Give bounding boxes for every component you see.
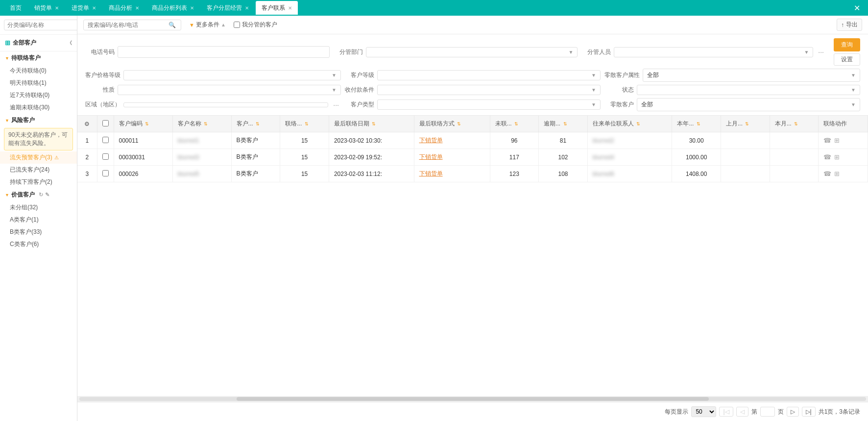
- filter-price-level-select[interactable]: ▼: [123, 70, 341, 80]
- sidebar-item-c-class-label: C类客户(6): [10, 240, 39, 248]
- sidebar-collapse-icon[interactable]: 《: [67, 40, 72, 47]
- sidebar-item-c-class[interactable]: C类客户(6): [0, 238, 77, 250]
- sidebar-group-pending[interactable]: ▼ 待联络客户: [0, 51, 77, 65]
- window-close-button[interactable]: ✕: [850, 3, 864, 13]
- col-last-month-label: 上月...: [726, 120, 743, 127]
- filter-gender-select[interactable]: ▼: [118, 85, 341, 95]
- row-action-call[interactable]: ☎: [823, 153, 831, 161]
- tab-goods-list[interactable]: 商品分析列表 ✕: [146, 1, 200, 15]
- filter-more-btn[interactable]: ▼ 更多条件 ▲: [186, 19, 229, 30]
- filter-my-customers[interactable]: 我分管的客户: [234, 21, 277, 29]
- filter-phone-input[interactable]: [118, 46, 330, 58]
- sidebar-item-ungrouped-label: 未分组(32): [10, 203, 38, 212]
- tab-customer-contact[interactable]: 客户联系 ✕: [256, 1, 298, 15]
- filter-zero-customer-select[interactable]: 全部 ▼: [637, 98, 860, 111]
- my-customers-checkbox[interactable]: [234, 22, 240, 28]
- query-button[interactable]: 查询: [834, 38, 860, 51]
- next-page-button[interactable]: ▷: [787, 407, 799, 417]
- filter-price-level-label: 客户价格等级: [85, 71, 121, 79]
- select-all-checkbox[interactable]: [102, 120, 109, 126]
- row-checkbox[interactable]: [97, 132, 114, 149]
- col-this-month[interactable]: 本月... ⇅: [770, 116, 819, 132]
- settings-button[interactable]: 设置: [834, 53, 860, 66]
- filter-customer-type-select[interactable]: ▼: [377, 99, 601, 110]
- sidebar-item-overdue[interactable]: 逾期未联络(30): [0, 101, 77, 114]
- row-method-link[interactable]: 下销货单: [419, 153, 443, 160]
- sidebar-item-today[interactable]: 今天待联络(0): [0, 65, 77, 77]
- col-this-year[interactable]: 本年... ⇅: [672, 116, 721, 132]
- row-checkbox[interactable]: [97, 166, 114, 182]
- col-type[interactable]: 客户... ⇅: [231, 116, 280, 132]
- tab-goods-list-close[interactable]: ✕: [190, 5, 194, 11]
- col-code[interactable]: 客户编码 ⇅: [114, 116, 172, 132]
- tab-goods-analysis-close[interactable]: ✕: [135, 5, 139, 11]
- sidebar-item-churned[interactable]: 已流失客户(24): [0, 164, 77, 176]
- col-name-label: 客户名称: [178, 120, 201, 127]
- col-name[interactable]: 客户名称 ⇅: [172, 116, 231, 132]
- col-overdue[interactable]: 逾期... ⇅: [539, 116, 588, 132]
- last-page-button[interactable]: ▷|: [802, 407, 816, 417]
- tab-customer-mgmt[interactable]: 客户分层经营 ✕: [201, 1, 255, 15]
- sidebar-item-tomorrow[interactable]: 明天待联络(1): [0, 77, 77, 89]
- filter-manager-more[interactable]: ···: [816, 48, 826, 56]
- customer-table: ⚙ 客户编码 ⇅ 客户名称 ⇅: [77, 116, 868, 182]
- sidebar-search-input[interactable]: [4, 20, 77, 30]
- sidebar-group-risk[interactable]: ▼ 风险客户: [0, 114, 77, 127]
- tab-purchase[interactable]: 进货单 ✕: [66, 1, 102, 15]
- tab-goods-analysis[interactable]: 商品分析 ✕: [103, 1, 145, 15]
- row-action-more[interactable]: ⊞: [834, 170, 840, 177]
- row-this-month: [770, 132, 819, 149]
- sidebar-item-b-class[interactable]: B类客户(33): [0, 226, 77, 238]
- filter-region-select[interactable]: [123, 102, 328, 107]
- row-checkbox[interactable]: [97, 149, 114, 166]
- col-uncontacted[interactable]: 未联... ⇅: [490, 116, 539, 132]
- filter-manager-select[interactable]: ▼: [614, 47, 813, 57]
- sidebar-item-declining[interactable]: 持续下滑客户(2): [0, 176, 77, 188]
- row-action-call[interactable]: ☎: [823, 137, 831, 144]
- filter-zero-attr-select[interactable]: 全部 ▼: [643, 69, 860, 82]
- tab-sales-close[interactable]: ✕: [55, 5, 59, 11]
- filter-payment-select[interactable]: ▼: [377, 85, 601, 95]
- horizontal-scrollbar[interactable]: [77, 396, 868, 402]
- col-last-contact-date[interactable]: 最后联络日期 ⇅: [329, 116, 414, 132]
- col-settings-icon[interactable]: ⚙: [84, 121, 90, 127]
- col-checkbox[interactable]: [97, 116, 114, 132]
- sidebar-item-ungrouped[interactable]: 未分组(32): [0, 201, 77, 214]
- col-this-year-sort: ⇅: [697, 122, 700, 126]
- tab-purchase-close[interactable]: ✕: [92, 5, 96, 11]
- sidebar-item-week[interactable]: 近7天待联络(0): [0, 89, 77, 101]
- sidebar-group-value[interactable]: ▼ 价值客户 ↻ ✎: [0, 188, 77, 201]
- col-last-contact-method[interactable]: 最后联络方式 ⇅: [414, 116, 490, 132]
- tab-customer-mgmt-close[interactable]: ✕: [245, 5, 249, 11]
- sidebar-all-customers[interactable]: ⊞ 全部客户 《: [0, 35, 77, 51]
- row-action-more[interactable]: ⊞: [834, 153, 840, 161]
- filter-search-input[interactable]: [88, 22, 166, 28]
- sidebar-group-value-edit[interactable]: ✎: [45, 192, 49, 198]
- filter-status-select[interactable]: ▼: [637, 85, 860, 95]
- sidebar-item-churn-warning[interactable]: 流失预警客户(3) ⚠: [0, 151, 77, 164]
- row-method-link[interactable]: 下销货单: [419, 137, 443, 144]
- hscroll-thumb[interactable]: [237, 397, 709, 401]
- row-action-more[interactable]: ⊞: [834, 137, 840, 144]
- tab-sales[interactable]: 销货单 ✕: [28, 1, 65, 15]
- row-method-link[interactable]: 下销货单: [419, 170, 443, 177]
- filter-region-more[interactable]: ···: [331, 101, 341, 109]
- filter-dept-select[interactable]: ▼: [366, 47, 578, 57]
- first-page-button[interactable]: |◁: [719, 407, 733, 417]
- per-page-select[interactable]: 50 100 200: [691, 406, 716, 417]
- row-last-method: 下销货单: [414, 132, 490, 149]
- row-action-call[interactable]: ☎: [823, 170, 831, 177]
- col-unit-contact[interactable]: 往来单位联系人 ⇅: [587, 116, 672, 132]
- filter-search-icon[interactable]: 🔍: [169, 22, 176, 28]
- col-contact[interactable]: 联络... ⇅: [280, 116, 329, 132]
- tab-customer-contact-close[interactable]: ✕: [288, 5, 292, 11]
- export-button[interactable]: ↑ 导出: [837, 19, 862, 31]
- tab-home[interactable]: 首页: [4, 1, 27, 15]
- col-last-month[interactable]: 上月... ⇅: [721, 116, 770, 132]
- row-this-year: 1408.00: [672, 166, 721, 182]
- sidebar-item-a-class[interactable]: A类客户(1): [0, 214, 77, 226]
- filter-customer-level-select[interactable]: ▼: [377, 70, 601, 80]
- sidebar-group-value-refresh[interactable]: ↻: [39, 192, 43, 198]
- prev-page-button[interactable]: ◁: [736, 407, 748, 417]
- page-input[interactable]: 1: [760, 407, 775, 417]
